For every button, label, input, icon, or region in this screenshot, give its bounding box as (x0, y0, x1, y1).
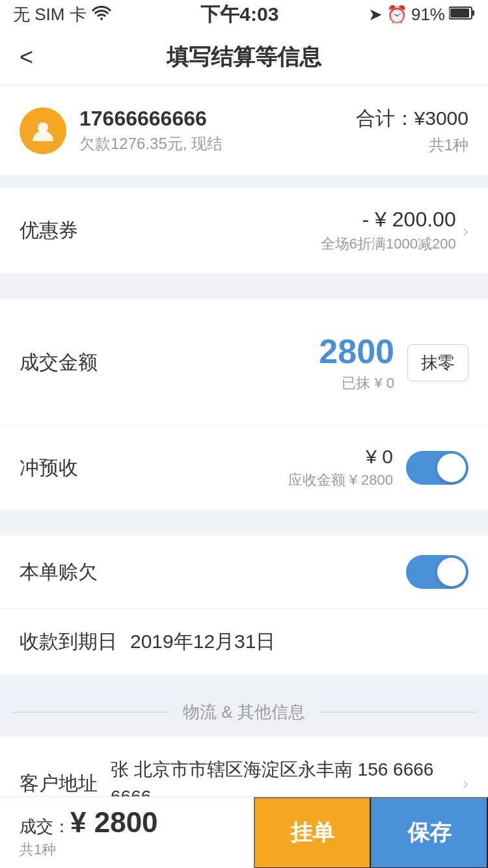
amount-sub: 已抹 ¥ 0 (319, 373, 394, 393)
customer-right: 合计：¥3000 共1种 (356, 105, 468, 156)
section-divider-2 (0, 509, 488, 522)
footer-summary: 成交：¥ 2800 共1种 (0, 806, 254, 860)
amount-right: 2800 已抹 ¥ 0 抹零 (319, 332, 468, 393)
nav-bar: < 填写结算等信息 (0, 29, 488, 86)
logistics-line-left (13, 712, 170, 712)
customer-section: 17666666666 欠款1276.35元, 现结 合计：¥3000 共1种 (0, 86, 488, 175)
prepay-right: ¥ 0 应收金额 ¥ 2800 (288, 446, 468, 490)
customer-total: 合计：¥3000 (356, 105, 468, 132)
coupon-desc: 全场6折满1000减200 (321, 234, 456, 254)
back-button[interactable]: < (20, 44, 33, 71)
address-label: 客户地址 (20, 770, 98, 797)
hold-button[interactable]: 挂单 (254, 797, 371, 869)
footer-count: 共1种 (20, 840, 234, 860)
coupon-label: 优惠券 (20, 217, 78, 244)
baddebt-toggle[interactable] (406, 555, 468, 589)
wifi-icon (92, 5, 111, 25)
amount-row: 成交金额 2800 已抹 ¥ 0 抹零 (20, 319, 468, 406)
customer-phone: 17666666666 (79, 107, 223, 131)
battery-icon (449, 5, 475, 25)
prepay-toggle[interactable] (406, 451, 468, 485)
customer-count: 共1种 (356, 135, 468, 156)
amount-section: 成交金额 2800 已抹 ¥ 0 抹零 (0, 299, 488, 426)
footer-label: 成交： (20, 817, 70, 836)
baddebt-label: 本单赊欠 (20, 559, 98, 586)
footer: 成交：¥ 2800 共1种 挂单 保存 (0, 796, 488, 868)
amount-value: 2800 (319, 332, 394, 371)
battery-text: 91% (411, 5, 445, 25)
customer-info: 17666666666 欠款1276.35元, 现结 (79, 107, 223, 154)
svg-rect-2 (450, 8, 469, 18)
save-button[interactable]: 保存 (371, 797, 488, 869)
round-button[interactable]: 抹零 (407, 344, 468, 381)
baddebt-section: 本单赊欠 (0, 536, 488, 608)
location-icon: ➤ (368, 5, 383, 25)
duedate-section: 收款到期日 2019年12月31日 (0, 608, 488, 675)
carrier-text: 无 SIM 卡 (13, 3, 87, 26)
prepay-section: 冲预收 ¥ 0 应收金额 ¥ 2800 (0, 426, 488, 509)
prepay-value-block: ¥ 0 应收金额 ¥ 2800 (288, 446, 393, 490)
status-right: ➤ ⏰ 91% (368, 5, 475, 25)
customer-desc: 欠款1276.35元, 现结 (79, 133, 223, 154)
logistics-divider: 物流 & 其他信息 (0, 688, 488, 737)
section-divider-1 (0, 286, 488, 299)
duedate-label: 收款到期日 (20, 629, 117, 655)
customer-avatar (20, 107, 66, 154)
prepay-sub: 应收金额 ¥ 2800 (288, 470, 393, 490)
customer-left: 17666666666 欠款1276.35元, 现结 (20, 107, 223, 154)
prepay-value: ¥ 0 (288, 446, 393, 468)
coupon-right: - ¥ 200.00 全场6折满1000减200 › (321, 208, 468, 254)
prepay-row: 冲预收 ¥ 0 应收金额 ¥ 2800 (20, 446, 468, 490)
page-title: 填写结算等信息 (167, 42, 321, 72)
status-bar: 无 SIM 卡 下午4:03 ➤ ⏰ 91% (0, 0, 488, 29)
prepay-label: 冲预收 (20, 455, 78, 481)
duedate-row: 收款到期日 2019年12月31日 (20, 629, 468, 655)
alarm-icon: ⏰ (386, 5, 407, 25)
logistics-line-right (318, 712, 475, 712)
status-time: 下午4:03 (200, 1, 278, 28)
coupon-discount: - ¥ 200.00 (321, 208, 456, 232)
address-arrow-icon: › (463, 773, 468, 794)
duedate-value: 2019年12月31日 (130, 629, 275, 655)
status-left: 无 SIM 卡 (13, 3, 111, 26)
coupon-section[interactable]: 优惠券 - ¥ 200.00 全场6折满1000减200 › (0, 188, 488, 273)
svg-rect-1 (472, 10, 474, 16)
coupon-arrow-icon: › (463, 221, 468, 241)
logistics-text: 物流 & 其他信息 (183, 701, 305, 724)
main-content: 17666666666 欠款1276.35元, 现结 合计：¥3000 共1种 … (0, 86, 488, 868)
amount-label: 成交金额 (20, 349, 98, 376)
footer-amount: ¥ 2800 (70, 806, 158, 838)
